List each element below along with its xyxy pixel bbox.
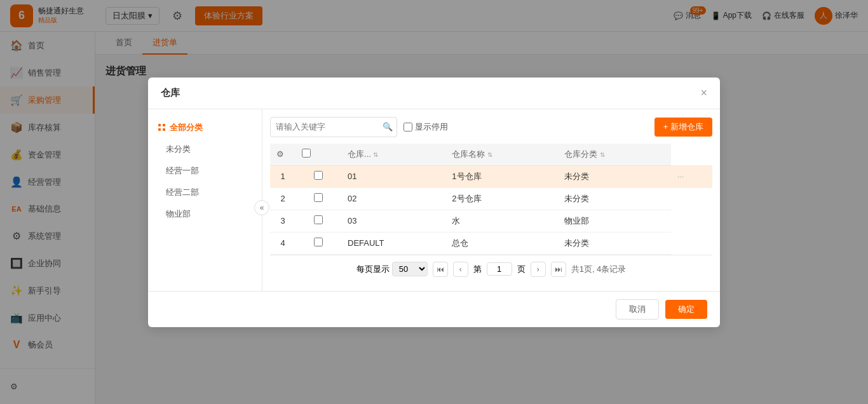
- collapse-panel-button[interactable]: «: [254, 200, 269, 215]
- row-id: 02: [341, 187, 445, 210]
- col-name: 仓库名称 ⇅: [445, 144, 558, 166]
- search-box: 🔍: [270, 117, 397, 137]
- col-id: 仓库... ⇅: [341, 144, 445, 166]
- modal-overlay: 仓库 × 全部分类 未分类 经营一部 经营二部: [0, 0, 868, 404]
- row-category: 未分类: [558, 187, 670, 210]
- row-category: 未分类: [558, 232, 670, 254]
- category-dept1[interactable]: 经营一部: [148, 160, 262, 182]
- row-select-checkbox[interactable]: [314, 215, 323, 224]
- more-icon[interactable]: ···: [677, 172, 684, 181]
- row-name: 总仓: [445, 232, 558, 254]
- table-head: ⚙ 仓库... ⇅ 仓库名称 ⇅: [270, 144, 712, 166]
- show-disabled-label[interactable]: 显示停用: [403, 121, 448, 133]
- page-label: 第: [473, 264, 482, 275]
- row-select-checkbox[interactable]: [314, 193, 323, 202]
- grid-icon: [158, 124, 166, 131]
- per-page-dropdown[interactable]: 50 20 100: [392, 262, 428, 276]
- row-name: 1号仓库: [445, 165, 558, 187]
- category-dept2[interactable]: 经营二部: [148, 182, 262, 203]
- row-select-checkbox[interactable]: [314, 171, 323, 180]
- row-name: 水: [445, 210, 558, 232]
- first-page-button[interactable]: ⏮: [433, 262, 448, 277]
- cancel-button[interactable]: 取消: [616, 299, 659, 320]
- confirm-button[interactable]: 确定: [665, 300, 707, 319]
- row-num: 2: [270, 187, 295, 210]
- row-checkbox[interactable]: [295, 210, 341, 232]
- row-category: 未分类: [558, 165, 670, 187]
- row-more[interactable]: ···: [671, 165, 712, 187]
- page-suffix: 页: [517, 264, 526, 275]
- row-num: 3: [270, 210, 295, 232]
- new-warehouse-button[interactable]: + 新增仓库: [654, 118, 712, 137]
- next-page-button[interactable]: ›: [531, 262, 546, 277]
- row-id: DEFAULT: [341, 232, 445, 254]
- category-panel: 全部分类 未分类 经营一部 经营二部 物业部 «: [148, 109, 262, 291]
- warehouse-modal: 仓库 × 全部分类 未分类 经营一部 经营二部: [148, 77, 720, 327]
- select-all-checkbox[interactable]: [302, 149, 311, 158]
- table-body: 1 01 1号仓库 未分类 ··· 2 02 2号仓库 未分类 3 03 水 物…: [270, 165, 712, 254]
- row-name: 2号仓库: [445, 187, 558, 210]
- table-row[interactable]: 2 02 2号仓库 未分类: [270, 187, 712, 210]
- prev-page-button[interactable]: ‹: [453, 262, 468, 277]
- sort-icon-name: ⇅: [487, 151, 492, 158]
- row-id: 03: [341, 210, 445, 232]
- show-disabled-checkbox[interactable]: [403, 123, 412, 131]
- col-category: 仓库分类 ⇅: [558, 144, 670, 166]
- per-page-label: 每页显示: [356, 264, 390, 275]
- page-input[interactable]: [487, 262, 512, 276]
- modal-title: 仓库: [161, 87, 180, 99]
- row-checkbox[interactable]: [295, 187, 341, 210]
- table-panel: 🔍 显示停用 + 新增仓库 ⚙: [262, 109, 720, 291]
- col-gear: ⚙: [270, 144, 295, 166]
- total-info: 共1页, 4条记录: [571, 264, 627, 275]
- row-checkbox[interactable]: [295, 165, 341, 187]
- modal-footer: 取消 确定: [148, 291, 720, 327]
- category-unclassified[interactable]: 未分类: [148, 138, 262, 160]
- row-num: 1: [270, 165, 295, 187]
- row-category: 物业部: [558, 210, 670, 232]
- col-checkbox: [295, 144, 341, 166]
- row-num: 4: [270, 232, 295, 254]
- table-toolbar: 🔍 显示停用 + 新增仓库: [270, 117, 712, 137]
- category-property[interactable]: 物业部: [148, 203, 262, 225]
- all-category-label: 全部分类: [170, 122, 203, 133]
- row-checkbox[interactable]: [295, 232, 341, 254]
- table-row[interactable]: 1 01 1号仓库 未分类 ···: [270, 165, 712, 187]
- page-size-select: 每页显示 50 20 100: [356, 262, 428, 276]
- modal-header: 仓库 ×: [148, 77, 720, 109]
- modal-body: 全部分类 未分类 经营一部 经营二部 物业部 «: [148, 109, 720, 291]
- last-page-button[interactable]: ⏭: [551, 262, 566, 277]
- table-row[interactable]: 3 03 水 物业部: [270, 210, 712, 232]
- row-id: 01: [341, 165, 445, 187]
- sort-icon-category: ⇅: [600, 151, 605, 158]
- row-select-checkbox[interactable]: [314, 238, 323, 246]
- table-row[interactable]: 4 DEFAULT 总仓 未分类: [270, 232, 712, 254]
- search-input[interactable]: [276, 122, 383, 131]
- all-category-item[interactable]: 全部分类: [148, 117, 262, 138]
- search-icon: 🔍: [383, 122, 393, 131]
- sort-icon-id: ⇅: [373, 151, 378, 158]
- warehouse-table: ⚙ 仓库... ⇅ 仓库名称 ⇅: [270, 144, 712, 255]
- pagination: 每页显示 50 20 100 ⏮ ‹ 第 页 › ⏭ 共1页, 4条记录: [270, 255, 712, 283]
- modal-close-button[interactable]: ×: [700, 86, 707, 100]
